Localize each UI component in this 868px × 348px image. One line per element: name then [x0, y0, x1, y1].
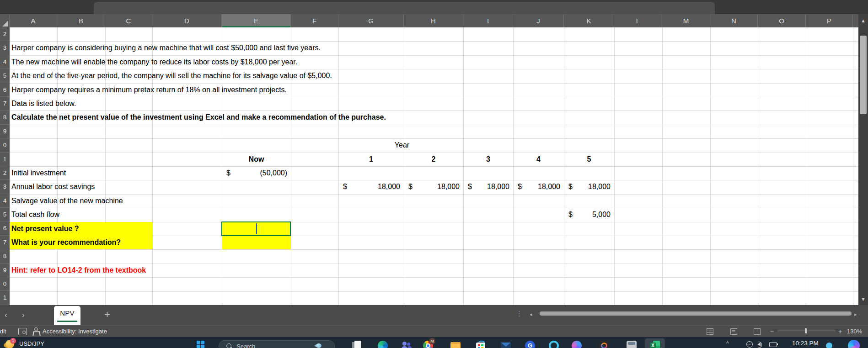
cell-label-total-cash-flow[interactable]: Total cash flow	[11, 208, 59, 221]
edge-browser-icon[interactable]	[378, 341, 388, 348]
hscroll-left-icon[interactable]: ◂	[530, 311, 532, 317]
row-header-11[interactable]: 1	[0, 153, 10, 166]
cell-a4[interactable]: The new machine will enable the company …	[11, 55, 297, 69]
cell-k13-savings-year5[interactable]: $ 18,000	[564, 180, 614, 194]
file-explorer-icon[interactable]	[450, 341, 461, 348]
copilot-app-icon[interactable]	[572, 341, 582, 348]
widgets-button[interactable]: USD/JPY	[19, 340, 44, 347]
cell-year-header[interactable]: Year	[291, 138, 513, 152]
row-header-15[interactable]: 5	[0, 208, 10, 221]
column-header-e-selected[interactable]: E	[222, 14, 291, 27]
prev-sheet-icon[interactable]: ‹	[5, 305, 7, 325]
row-header-17[interactable]: 7	[0, 236, 10, 249]
column-header-d[interactable]: D	[152, 14, 222, 27]
column-header-n[interactable]: N	[710, 14, 758, 27]
cell-label-annual-labor-savings[interactable]: Annual labor cost savings	[11, 180, 95, 194]
new-sheet-button[interactable]: +	[104, 305, 110, 325]
row-header-5[interactable]: 5	[0, 69, 10, 83]
hscroll-right-icon[interactable]: ▸	[854, 311, 857, 317]
network-icon[interactable]	[746, 341, 753, 348]
zoom-out-button[interactable]: −	[770, 328, 774, 335]
row-header-12[interactable]: 2	[0, 166, 10, 180]
cell-a6[interactable]: Harper company requires a minimum pretax…	[11, 83, 287, 97]
row-header-2[interactable]: 2	[0, 27, 10, 41]
display-settings-icon[interactable]	[18, 328, 27, 335]
row-header-19[interactable]: 9	[0, 264, 10, 277]
row-header-8[interactable]: 8	[0, 111, 10, 124]
highlight-recommendation-answer-cell[interactable]	[222, 236, 291, 249]
row-header-18[interactable]: 8	[0, 249, 10, 263]
next-sheet-icon[interactable]: ›	[22, 305, 25, 325]
teams-icon[interactable]	[402, 341, 412, 348]
column-header-a[interactable]: A	[10, 14, 57, 27]
cell-g13-savings-year1[interactable]: $ 18,000	[338, 180, 404, 194]
zoom-in-button[interactable]: +	[838, 328, 842, 335]
cell-year-4[interactable]: 4	[513, 153, 564, 166]
cell-now-header[interactable]: Now	[222, 153, 291, 166]
scroll-down-icon[interactable]: ▼	[858, 296, 868, 302]
cell-i13-savings-year3[interactable]: $ 18,000	[463, 180, 513, 194]
sheet-tab-npv[interactable]: NPV	[54, 306, 80, 325]
taskbar-search-box[interactable]: Search	[219, 340, 335, 348]
column-header-m[interactable]: M	[662, 14, 710, 27]
column-header-k[interactable]: K	[564, 14, 614, 27]
row-header-3[interactable]: 3	[0, 41, 10, 55]
horizontal-scrollbar-thumb[interactable]	[540, 311, 852, 316]
cell-a8[interactable]: Calculate the net present value of the i…	[11, 111, 386, 124]
formula-bar-remnant[interactable]	[94, 2, 715, 14]
cell-label-salvage-value[interactable]: Salvage value of the new machine	[11, 194, 123, 208]
vertical-scrollbar[interactable]: ▲ ▼	[858, 14, 868, 305]
microsoft-store-icon[interactable]	[476, 341, 486, 348]
cell-h13-savings-year2[interactable]: $ 18,000	[404, 180, 463, 194]
microsoft-365-icon[interactable]	[599, 341, 609, 348]
row-header-10[interactable]: 0	[0, 138, 10, 152]
row-header-13[interactable]: 3	[0, 180, 10, 194]
column-header-c[interactable]: C	[105, 14, 152, 27]
notification-dot-icon[interactable]	[826, 343, 832, 348]
cell-year-1[interactable]: 1	[338, 153, 404, 166]
row-header-20[interactable]: 0	[0, 277, 10, 291]
scroll-up-icon[interactable]: ▲	[858, 18, 868, 23]
cell-label-initial-investment[interactable]: Initial investment	[11, 166, 66, 180]
row-header-4[interactable]: 4	[0, 55, 10, 69]
zoom-slider-thumb[interactable]	[805, 328, 807, 333]
vertical-scrollbar-thumb[interactable]	[860, 36, 867, 114]
volume-icon[interactable]	[757, 343, 761, 346]
page-break-view-icon[interactable]	[754, 328, 761, 335]
row-header-16[interactable]: 6	[0, 221, 10, 235]
column-header-i[interactable]: I	[463, 14, 513, 27]
row-header-21[interactable]: 1	[0, 291, 10, 305]
calculator-icon[interactable]	[627, 341, 637, 348]
column-header-g[interactable]: G	[338, 14, 404, 27]
column-header-l[interactable]: L	[614, 14, 662, 27]
cell-year-3[interactable]: 3	[463, 153, 513, 166]
cell-label-recommendation[interactable]: What is your recommendation?	[11, 236, 121, 249]
normal-view-icon[interactable]	[707, 328, 713, 335]
tab-splitter-icon[interactable]: ⋮	[516, 310, 523, 318]
start-button-icon[interactable]	[197, 341, 204, 348]
column-header-h[interactable]: H	[404, 14, 463, 27]
excel-app-icon[interactable]: X	[650, 341, 660, 348]
column-header-f[interactable]: F	[291, 14, 338, 27]
cell-year-5[interactable]: 5	[564, 153, 614, 166]
copilot-tray-icon[interactable]	[848, 340, 860, 348]
page-layout-view-icon[interactable]	[730, 328, 737, 335]
cell-k15-total-cash-flow-year5[interactable]: $ 5,000	[564, 208, 614, 221]
search-highlight-fish-icon[interactable]	[314, 343, 322, 348]
mail-icon[interactable]	[501, 341, 511, 348]
cell-a5[interactable]: At the end of the five-year period, the …	[11, 69, 332, 83]
row-header-14[interactable]: 4	[0, 194, 10, 208]
cell-year-2[interactable]: 2	[404, 153, 463, 166]
cell-hint[interactable]: Hint: refer to LO14-2 from the textbook	[11, 264, 146, 277]
row-header-6[interactable]: 6	[0, 83, 10, 97]
cell-e12-initial-investment-value[interactable]: $ (50,000)	[222, 166, 291, 180]
column-header-j[interactable]: J	[513, 14, 564, 27]
cell-j13-savings-year4[interactable]: $ 18,000	[513, 180, 564, 194]
hidden-icons-caret[interactable]: ^	[726, 340, 729, 347]
notepad-icon[interactable]	[352, 341, 362, 348]
column-header-p[interactable]: P	[806, 14, 853, 27]
opera-browser-icon[interactable]	[549, 341, 559, 348]
accessibility-status[interactable]: Accessibility: Investigate	[43, 328, 107, 335]
row-header-9[interactable]: 9	[0, 125, 10, 138]
battery-icon[interactable]	[769, 342, 777, 347]
